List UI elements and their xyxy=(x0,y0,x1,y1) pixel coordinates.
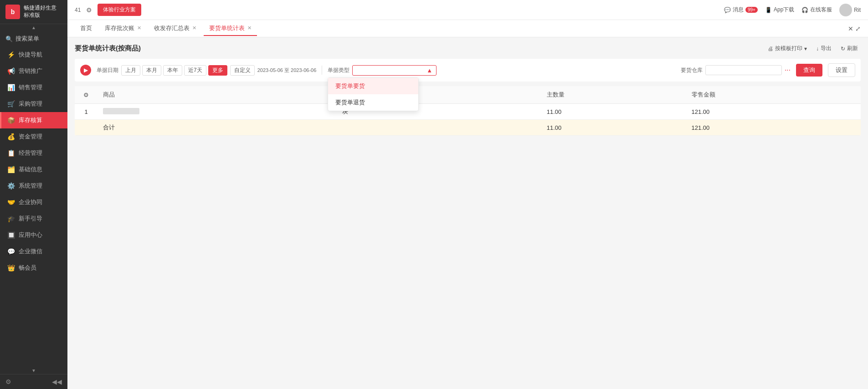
summary-qty: 11.00 xyxy=(541,120,686,136)
main-content: 41 ⚙ 体验行业方案 💬 消息 99+ 📱 App下载 🎧 在线客服 Rit xyxy=(67,0,868,389)
notification-icon: 💬 xyxy=(724,7,731,13)
filter-toggle-button[interactable]: ▶ xyxy=(80,65,91,76)
sidebar-logo: b 畅捷通好生意 标准版 xyxy=(0,0,67,24)
filter-more-icon[interactable]: ··· xyxy=(785,66,791,74)
wxwork-icon: 💬 xyxy=(7,247,15,256)
sidebar-item-member[interactable]: 👑 畅会员 xyxy=(0,260,67,276)
tab-close-requisition-stats[interactable]: ✕ xyxy=(247,25,252,31)
row-amount: 121.00 xyxy=(686,104,861,120)
summary-empty-2 xyxy=(337,120,541,136)
tabs-close-all[interactable]: ✕ xyxy=(848,25,853,32)
appcenter-icon: 🔲 xyxy=(7,231,15,239)
breadcrumb-id: 41 xyxy=(75,7,81,13)
logo-icon: b xyxy=(5,5,20,19)
export-icon: ↓ xyxy=(816,46,819,52)
prev-month-btn[interactable]: 上月 xyxy=(121,65,140,76)
finance-icon: 💰 xyxy=(7,133,15,141)
column-settings-icon[interactable]: ⚙ xyxy=(83,92,89,98)
type-dropdown-arrow[interactable]: ▲ xyxy=(426,67,432,74)
date-range-display: 2023-05-06 至 2023-06-06 xyxy=(257,67,317,74)
date-filter-label: 单据日期 xyxy=(97,67,118,74)
member-icon: 👑 xyxy=(7,264,15,272)
notifications-button[interactable]: 💬 消息 99+ xyxy=(724,6,758,14)
user-profile[interactable]: Rit xyxy=(839,4,861,16)
sidebar-item-wxwork[interactable]: 💬 企业微信 xyxy=(0,243,67,260)
tab-requisition-stats[interactable]: 要货单统计表 ✕ xyxy=(204,21,257,36)
trial-industry-button[interactable]: 体验行业方案 xyxy=(98,4,141,16)
search-icon: 🔍 xyxy=(5,36,13,42)
sidebar-item-operations[interactable]: 📋 经营管理 xyxy=(0,145,67,161)
operations-icon: 📋 xyxy=(7,149,15,157)
more-dates-btn[interactable]: 更多 xyxy=(208,65,227,76)
sidebar-item-shortcuts[interactable]: ⚡ 快捷导航 xyxy=(0,46,67,63)
type-input[interactable] xyxy=(356,67,425,73)
summary-amount: 121.00 xyxy=(686,120,861,136)
online-service-button[interactable]: 🎧 在线客服 xyxy=(801,6,832,14)
collapse-icon[interactable]: ◀◀ xyxy=(52,378,62,385)
system-icon: ⚙️ xyxy=(7,182,15,190)
filter-panel: ▶ 单据日期 上月 本月 本年 近7天 更多 自定义 2023-05-06 至 … xyxy=(75,59,861,82)
data-table: ⚙ 商品 主计量单位 主数量 零售金额 xyxy=(75,86,861,136)
tab-home[interactable]: 首页 xyxy=(75,21,98,36)
sidebar-scroll-up[interactable]: ▲ xyxy=(0,24,67,31)
sales-icon: 📊 xyxy=(7,83,15,92)
logo-text: 畅捷通好生意 标准版 xyxy=(24,5,56,19)
row-product xyxy=(98,104,337,120)
date-shortcuts: 上月 本月 本年 近7天 更多 xyxy=(121,65,227,76)
type-filter-label: 单据类型 xyxy=(328,67,349,74)
marketing-icon: 📢 xyxy=(7,67,15,75)
sidebar-nav: 🔍 搜索菜单 ⚡ 快捷导航 📢 营销推广 📊 销售管理 🛒 采购管理 📦 库存核… xyxy=(0,31,67,367)
page-actions: 🖨 按模板打印 ▾ ↓ 导出 ↻ 刷新 xyxy=(765,43,861,54)
avatar xyxy=(839,4,852,16)
sidebar-scroll-down[interactable]: ▼ xyxy=(0,367,67,374)
purchase-icon: 🛒 xyxy=(7,100,15,108)
tabs-expand[interactable]: ⤢ xyxy=(855,25,861,32)
sidebar-item-finance[interactable]: 💰 资金管理 xyxy=(0,128,67,145)
sidebar-item-guide[interactable]: 🎓 新手引导 xyxy=(0,210,67,227)
table-row: 1 块 11.00 121.00 xyxy=(75,104,861,120)
type-input-wrap[interactable]: ▲ xyxy=(352,65,437,76)
topbar-settings-icon[interactable]: ⚙ xyxy=(86,6,92,14)
this-year-btn[interactable]: 本年 xyxy=(163,65,182,76)
dropdown-item-requisition[interactable]: 要货单要货 xyxy=(328,78,418,94)
col-qty: 主数量 xyxy=(541,86,686,104)
export-button[interactable]: ↓ 导出 xyxy=(813,43,834,54)
tab-stock-summary[interactable]: 收发存汇总表 ✕ xyxy=(149,21,202,36)
print-button[interactable]: 🖨 按模板打印 ▾ xyxy=(765,43,810,54)
tab-close-inventory-batch[interactable]: ✕ xyxy=(137,25,141,31)
refresh-button[interactable]: ↻ 刷新 xyxy=(838,43,861,54)
page-title: 要货单统计表(按商品) xyxy=(75,44,141,53)
app-download-button[interactable]: 📱 App下载 xyxy=(765,6,794,14)
sidebar-item-basic-info[interactable]: 🗂️ 基础信息 xyxy=(0,161,67,178)
table-container: ⚙ 商品 主计量单位 主数量 零售金额 xyxy=(75,86,861,136)
sidebar-item-marketing[interactable]: 📢 营销推广 xyxy=(0,63,67,79)
this-month-btn[interactable]: 本月 xyxy=(142,65,161,76)
col-amount: 零售金额 xyxy=(686,86,861,104)
page-content: 要货单统计表(按商品) 🖨 按模板打印 ▾ ↓ 导出 ↻ 刷新 ▶ xyxy=(67,37,868,389)
settings-bottom-icon[interactable]: ⚙ xyxy=(5,378,11,385)
row-no: 1 xyxy=(75,104,98,120)
summary-row: 合计 11.00 121.00 xyxy=(75,120,861,136)
sidebar-item-purchase[interactable]: 🛒 采购管理 xyxy=(0,96,67,112)
table-header-row: ⚙ 商品 主计量单位 主数量 零售金额 xyxy=(75,86,861,104)
sidebar: b 畅捷通好生意 标准版 ▲ 🔍 搜索菜单 ⚡ 快捷导航 📢 营销推广 📊 销售… xyxy=(0,0,67,389)
type-dropdown: 要货单要货 要货单退货 xyxy=(328,77,419,111)
sidebar-item-collab[interactable]: 🤝 企业协同 xyxy=(0,194,67,210)
sidebar-item-appcenter[interactable]: 🔲 应用中心 xyxy=(0,227,67,243)
sidebar-search[interactable]: 🔍 搜索菜单 xyxy=(0,31,67,46)
table-settings-button[interactable]: 设置 xyxy=(828,63,855,77)
page-header: 要货单统计表(按商品) 🖨 按模板打印 ▾ ↓ 导出 ↻ 刷新 xyxy=(75,43,861,54)
sidebar-item-inventory[interactable]: 📦 库存核算 xyxy=(0,112,67,128)
tab-inventory-batch[interactable]: 库存批次账 ✕ xyxy=(99,21,147,36)
query-button[interactable]: 查询 xyxy=(796,64,822,77)
custom-date-btn[interactable]: 自定义 xyxy=(230,65,255,76)
notification-badge: 99+ xyxy=(745,7,758,13)
warehouse-input[interactable] xyxy=(705,65,782,75)
tab-close-stock-summary[interactable]: ✕ xyxy=(192,25,196,31)
dropdown-item-return[interactable]: 要货单退货 xyxy=(328,94,418,111)
sidebar-item-system[interactable]: ⚙️ 系统管理 xyxy=(0,178,67,194)
topbar: 41 ⚙ 体验行业方案 💬 消息 99+ 📱 App下载 🎧 在线客服 Rit xyxy=(67,0,868,20)
warehouse-filter-label: 要货仓库 xyxy=(681,67,703,74)
sidebar-item-sales[interactable]: 📊 销售管理 xyxy=(0,79,67,96)
last-7days-btn[interactable]: 近7天 xyxy=(184,65,206,76)
